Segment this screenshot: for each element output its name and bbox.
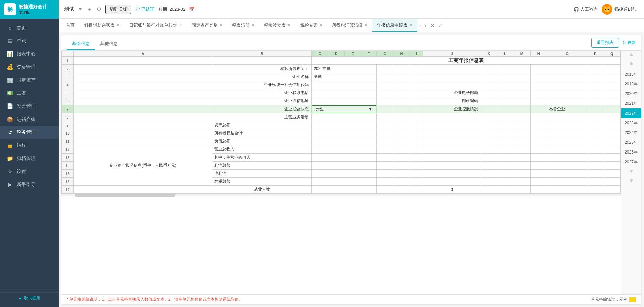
cell-14O[interactable] [547, 162, 587, 170]
cell-14I[interactable] [410, 162, 423, 170]
col-header-L[interactable]: L [497, 51, 513, 57]
col-header-G[interactable]: G [376, 51, 393, 57]
tab-annual-report[interactable]: 年报信息申报表 ✕ [372, 19, 417, 32]
cell-2B[interactable]: 税款所属期间： [212, 65, 312, 73]
cell-8I[interactable] [410, 113, 423, 121]
cell-6J[interactable]: 邮政编码 [423, 97, 481, 105]
cell-14B[interactable]: 利润总额 [212, 162, 312, 170]
cell-17P[interactable] [587, 186, 603, 194]
cell-4L[interactable] [497, 81, 513, 89]
sidebar-item-fund-mgmt[interactable]: 💰 资金管理 [0, 60, 59, 74]
cell-12O[interactable] [547, 145, 587, 154]
cell-7B[interactable]: 企业经营状态 [212, 105, 312, 113]
col-header-M[interactable]: M [513, 51, 530, 57]
cell-9K[interactable] [481, 121, 497, 129]
cell-3I[interactable] [410, 73, 423, 81]
cell-11I[interactable] [410, 137, 423, 145]
cell-4B[interactable]: 注册号/统一社会信用代码 [212, 81, 312, 89]
tab-scroll-left[interactable]: ‹ [417, 23, 423, 28]
cell-title[interactable]: 工商年报信息表 [312, 57, 621, 65]
col-header-H[interactable]: H [393, 51, 410, 57]
cell-13I[interactable] [410, 154, 423, 162]
scroll-thumb[interactable] [75, 194, 175, 197]
cell-7H[interactable] [393, 105, 410, 113]
tab-close-annual-report[interactable]: ✕ [410, 23, 413, 27]
cell-11G[interactable] [376, 137, 393, 145]
tab-expand-button[interactable]: ⤢ [437, 22, 445, 29]
col-header-K[interactable]: K [481, 51, 497, 57]
cell-2M[interactable] [513, 65, 530, 73]
sidebar-item-general-ledger[interactable]: ▤ 总账 [0, 34, 59, 47]
cell-11C[interactable] [312, 137, 376, 145]
cell-9I[interactable] [410, 121, 423, 129]
subtab-basic[interactable]: 基础信息 [67, 38, 95, 50]
cell-17C[interactable] [312, 186, 376, 194]
cell-3G[interactable] [376, 73, 393, 81]
cell-6B[interactable]: 企业通信地址 [212, 97, 312, 105]
cell-7C-dropdown[interactable]: 开业 ▼ [312, 105, 376, 113]
cell-2J[interactable] [423, 65, 481, 73]
sidebar-item-invoice-mgmt[interactable]: 📄 发票管理 [0, 100, 59, 113]
cell-3B[interactable]: 企业名称 [212, 73, 312, 81]
cell-8N[interactable] [530, 113, 547, 121]
cell-8B[interactable]: 主营业务活动 [212, 113, 312, 121]
tab-tax-return[interactable]: 税表清册 ✕ [227, 19, 259, 32]
cell-14G[interactable] [376, 162, 393, 170]
cell-7K[interactable] [481, 105, 497, 113]
cell-6C[interactable] [312, 97, 376, 105]
cell-3L[interactable] [497, 73, 513, 81]
cell-7N[interactable] [530, 105, 547, 113]
cell-6I[interactable] [410, 97, 423, 105]
cell-17I[interactable] [410, 186, 423, 194]
cell-11A[interactable] [74, 137, 212, 145]
cell-10P[interactable] [587, 129, 603, 137]
cell-9O[interactable] [547, 121, 587, 129]
cell-10K[interactable] [481, 129, 497, 137]
cell-6O[interactable] [547, 97, 587, 105]
col-header-F[interactable]: F [361, 51, 376, 57]
cell-9C[interactable] [312, 121, 376, 129]
col-header-N[interactable]: N [530, 51, 547, 57]
tab-close-journal-bank[interactable]: ✕ [179, 23, 182, 27]
cell-10I[interactable] [410, 129, 423, 137]
tab-close-all-button[interactable]: ✕ [428, 22, 437, 29]
cell-3A[interactable] [74, 73, 212, 81]
sidebar-item-settings[interactable]: ⚙ 设置 [0, 165, 59, 178]
cell-11H[interactable] [393, 137, 410, 145]
switch-old-version-button[interactable]: 切到旧版 [105, 5, 131, 14]
sidebar-item-report-center[interactable]: 📊 报表中心 [0, 47, 59, 60]
cell-11B[interactable]: 负债总额 [212, 137, 312, 145]
cell-11J[interactable] [423, 137, 481, 145]
cell-11N[interactable] [530, 137, 547, 145]
user-menu[interactable]: 🐱 畅捷通B组... [602, 4, 639, 15]
cell-2I[interactable] [410, 65, 423, 73]
cell-13K[interactable] [481, 154, 497, 162]
cell-3H[interactable] [393, 73, 410, 81]
cell-15O[interactable] [547, 170, 587, 178]
tab-tax-expert[interactable]: 税检专家 ✕ [296, 19, 327, 32]
cell-12P[interactable] [587, 145, 603, 154]
cell-5J[interactable]: 企业电子邮箱 [423, 89, 481, 97]
cell-14M[interactable] [513, 162, 530, 170]
cell-15G[interactable] [376, 170, 393, 178]
cell-8P[interactable] [587, 113, 603, 121]
cell-6H[interactable] [393, 97, 410, 105]
cell-8Q[interactable] [603, 113, 621, 121]
cell-3P[interactable] [587, 73, 603, 81]
year-2019[interactable]: 2019年 [621, 79, 641, 89]
cell-17B[interactable]: 从业人数 [212, 186, 312, 194]
cell-12C[interactable] [312, 145, 376, 154]
cell-9G[interactable] [376, 121, 393, 129]
cell-5N[interactable] [530, 89, 547, 97]
cell-15L[interactable] [497, 170, 513, 178]
cell-5B[interactable]: 企业联系电话 [212, 89, 312, 97]
cell-12K[interactable] [481, 145, 497, 154]
cell-12L[interactable] [497, 145, 513, 154]
cell-13M[interactable] [513, 154, 530, 162]
col-header-C[interactable]: C [312, 51, 328, 57]
calendar-icon[interactable]: 📅 [189, 7, 194, 12]
cell-4P[interactable] [587, 81, 603, 89]
cell-15N[interactable] [530, 170, 547, 178]
cell-14L[interactable] [497, 162, 513, 170]
cell-8H[interactable] [393, 113, 410, 121]
